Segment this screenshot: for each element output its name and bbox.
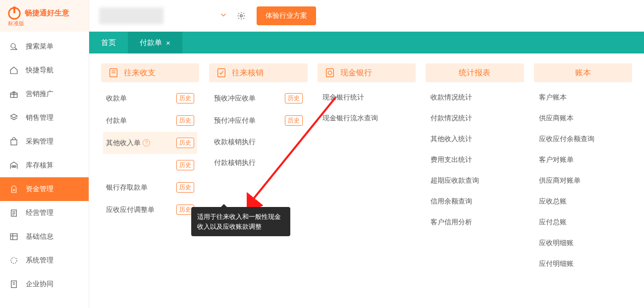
svg-point-2 (11, 44, 15, 48)
sidebar-item-marketing[interactable]: 营销推广 (0, 82, 89, 106)
menu-item-ar-ap-adjust[interactable]: 应收应付调整单 历史 (103, 199, 197, 221)
sidebar-item-inventory[interactable]: 库存核算 (0, 154, 89, 177)
sidebar-item-purchase[interactable]: 采购管理 (0, 130, 89, 154)
sidebar: 畅捷通好生意 标准版 搜索菜单 快捷导航 营销推广 销售管理 (0, 0, 89, 308)
svg-rect-17 (10, 234, 17, 240)
help-icon[interactable]: ? (143, 139, 150, 147)
menu-item-ar-general-ledger[interactable]: 应收总账 (536, 191, 630, 212)
menu-item-payment-stats[interactable]: 付款情况统计 (428, 108, 522, 129)
column-title: 往来核销 (232, 68, 264, 78)
menu-item-supplier-statement[interactable]: 供应商对账单 (536, 170, 630, 191)
sidebar-item-business[interactable]: 经营管理 (0, 201, 89, 225)
menu-item-label: 应收明细账 (539, 239, 574, 248)
warehouse-icon (9, 160, 19, 170)
brand-edition: 标准版 (8, 20, 69, 27)
sidebar-item-label: 库存核算 (26, 161, 54, 170)
column-header: 现金银行 (318, 63, 416, 82)
menu-item-label: 付款核销执行 (214, 158, 256, 167)
menu-item-ap-detail-ledger[interactable]: 应付明细账 (536, 254, 630, 274)
menu-item-receipt-stats[interactable]: 收款情况统计 (428, 87, 522, 108)
menu-item-label: 收款核销执行 (214, 138, 256, 147)
menu-item-receipt-writeoff-exec[interactable]: 收款核销执行 (211, 132, 305, 153)
menu-item-ar-detail-ledger[interactable]: 应收明细账 (536, 233, 630, 254)
column-title: 现金银行 (340, 68, 372, 78)
column-cash-bank: 现金银行 现金银行统计 现金银行流水查询 (318, 63, 416, 274)
menu-item-other-income-stats[interactable]: 其他收入统计 (428, 129, 522, 150)
industry-plan-button[interactable]: 体验行业方案 (257, 6, 316, 25)
collab-icon (9, 279, 19, 289)
menu-item-label: 费用支出统计 (430, 155, 472, 164)
history-badge[interactable]: 历史 (176, 115, 194, 126)
settings-icon[interactable] (237, 11, 246, 20)
svg-point-20 (11, 257, 17, 263)
close-icon[interactable]: × (166, 39, 170, 47)
topbar: 体验行业方案 (89, 0, 644, 32)
menu-item-bank-deposit-withdraw[interactable]: 银行存取款单 历史 (103, 176, 197, 199)
menu-item-cash-bank-flow[interactable]: 现金银行流水查询 (320, 108, 414, 129)
tab-payment-order[interactable]: 付款单 × (128, 32, 182, 53)
menu-item-payment-order[interactable]: 付款单 历史 (103, 109, 197, 132)
menu-item-expense-stats[interactable]: 费用支出统计 (428, 150, 522, 170)
funds-icon (9, 184, 19, 194)
sidebar-item-label: 资金管理 (26, 185, 54, 194)
content-area: 往来收支 收款单 历史 付款单 历史 其他收入单 (89, 53, 644, 308)
sidebar-item-quick-nav[interactable]: 快捷导航 (0, 58, 89, 82)
sidebar-item-system[interactable]: 系统管理 (0, 249, 89, 272)
menu-item-cash-bank-stats[interactable]: 现金银行统计 (320, 87, 414, 108)
org-selector-blurred[interactable] (99, 7, 163, 24)
menu-item-customer-credit-analysis[interactable]: 客户信用分析 (428, 212, 522, 233)
sidebar-item-collab[interactable]: 企业协同 (0, 272, 89, 296)
tab-label: 付款单 (140, 38, 162, 48)
column-receipts-payments: 往来收支 收款单 历史 付款单 历史 其他收入单 (101, 63, 199, 274)
tab-bar: 首页 付款单 × (89, 32, 644, 53)
system-icon (9, 256, 19, 265)
clipboard-icon (9, 208, 19, 218)
sidebar-item-search-menu[interactable]: 搜索菜单 (0, 35, 89, 58)
menu-item-ap-general-ledger[interactable]: 应付总账 (536, 212, 630, 233)
sidebar-item-funds[interactable]: 资金管理 (0, 177, 89, 201)
menu-item-credit-balance-query[interactable]: 信用余额查询 (428, 191, 522, 212)
menu-item-payment-writeoff-exec[interactable]: 付款核销执行 (211, 153, 305, 173)
sidebar-item-basic-info[interactable]: 基础信息 (0, 225, 89, 249)
menu-item-other-income-order[interactable]: 其他收入单 ? 历史 (103, 132, 197, 154)
menu-item-label: 超期应收款查询 (430, 176, 479, 185)
menu-item-label: 应付总账 (539, 218, 567, 227)
menu-item-supplier-ledger[interactable]: 供应商账本 (536, 108, 630, 129)
menu-item-ar-ap-balance[interactable]: 应收应付余额查询 (536, 129, 630, 150)
menu-item-prereceipt-offset[interactable]: 预收冲应收单 历史 (211, 87, 305, 109)
sidebar-item-label: 销售管理 (26, 113, 54, 122)
sidebar-item-sales[interactable]: 销售管理 (0, 106, 89, 130)
history-badge[interactable]: 历史 (176, 160, 194, 170)
tab-label: 首页 (101, 38, 116, 48)
history-badge[interactable]: 历史 (285, 115, 303, 126)
gift-icon (9, 89, 19, 99)
column-header: 统计报表 (426, 63, 524, 82)
sidebar-item-label: 采购管理 (26, 137, 54, 146)
column-header: 往来收支 (101, 63, 199, 82)
menu-item-label: 信用余额查询 (430, 197, 472, 206)
history-badge[interactable]: 历史 (176, 93, 194, 103)
sidebar-nav: 搜索菜单 快捷导航 营销推广 销售管理 采购管理 库存核算 (0, 32, 89, 308)
column-header: 往来核销 (209, 63, 307, 82)
svg-rect-10 (14, 166, 16, 167)
column-stats-reports: 统计报表 收款情况统计 付款情况统计 其他收入统计 费用支出统计 超期应收款查询… (426, 63, 524, 274)
sidebar-item-label: 系统管理 (26, 256, 54, 265)
menu-item-label: 银行存取款单 (106, 183, 148, 192)
column-writeoff: 往来核销 预收冲应收单 历史 预付冲应付单 历史 收款核销执行 (209, 63, 307, 274)
sidebar-item-label: 经营管理 (26, 208, 54, 217)
menu-item-label: 客户对账单 (539, 155, 574, 164)
menu-item-customer-ledger[interactable]: 客户账本 (536, 87, 630, 108)
svg-point-31 (328, 71, 331, 74)
tab-home[interactable]: 首页 (89, 32, 128, 53)
dropdown-caret-icon[interactable] (219, 10, 228, 21)
home-icon (9, 65, 19, 75)
menu-item-label: 收款单 (106, 94, 127, 103)
menu-item-prepay-offset[interactable]: 预付冲应付单 历史 (211, 109, 305, 132)
history-badge[interactable]: 历史 (176, 182, 194, 193)
menu-item-receipt-order[interactable]: 收款单 历史 (103, 87, 197, 109)
menu-item-overdue-ar-query[interactable]: 超期应收款查询 (428, 170, 522, 191)
column-ledgers: 账本 客户账本 供应商账本 应收应付余额查询 客户对账单 供应商对账单 应收总账… (534, 63, 632, 274)
history-badge[interactable]: 历史 (285, 93, 303, 103)
menu-item-customer-statement[interactable]: 客户对账单 (536, 150, 630, 170)
history-badge[interactable]: 历史 (176, 138, 194, 148)
